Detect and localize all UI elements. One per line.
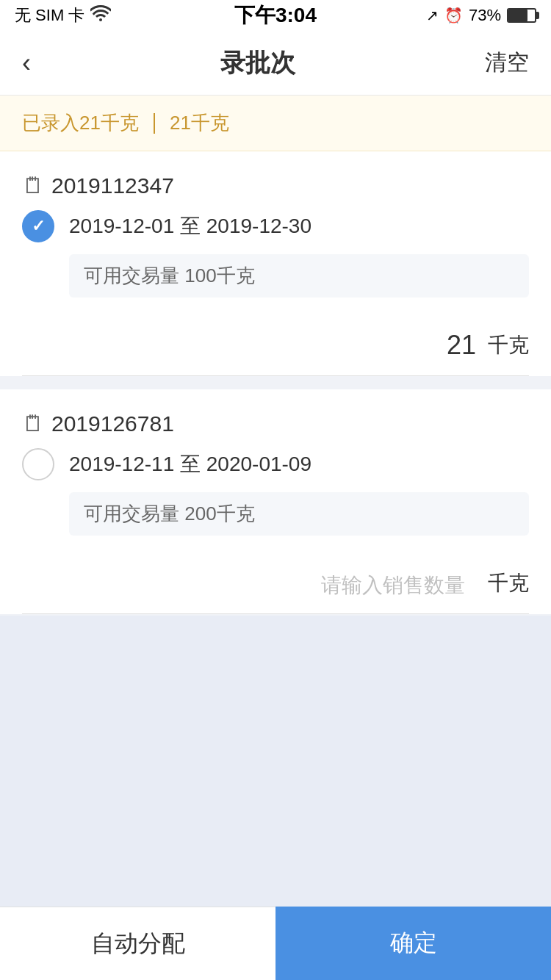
qty-unit-2: 千克 — [488, 569, 529, 597]
batch-date-2: 2019-12-11 至 2020-01-09 — [69, 450, 311, 478]
sim-status: 无 SIM 卡 — [15, 4, 84, 26]
qty-input-area-2[interactable]: 千克 — [0, 550, 551, 613]
batch-radio-1[interactable] — [22, 210, 54, 242]
batch-card-1: 🗒 2019112347 2019-12-01 至 2019-12-30 可用交… — [0, 151, 551, 376]
nav-bar: ‹ 录批次 清空 — [0, 31, 551, 96]
batch-doc-icon-2: 🗒 — [22, 411, 44, 436]
auto-distribute-button[interactable]: 自动分配 — [0, 907, 276, 980]
battery-percent: 73% — [469, 6, 501, 25]
batch-radio-2[interactable] — [22, 448, 54, 480]
alarm-icon: ⏰ — [444, 7, 463, 24]
qty-unit-1: 千克 — [488, 331, 529, 359]
content-wrapper: 已录入21千克 21千克 🗒 2019112347 2019-12-01 至 2… — [0, 96, 551, 980]
status-bar: 无 SIM 卡 下午3:04 ↗ ⏰ 73% — [0, 0, 551, 31]
info-divider — [154, 113, 155, 134]
batch-header-2: 🗒 2019126781 — [22, 411, 529, 436]
batch-card-2: 🗒 2019126781 2019-12-11 至 2020-01-09 可用交… — [0, 389, 551, 614]
separator-2 — [22, 613, 529, 614]
batch-header-1: 🗒 2019112347 — [22, 173, 529, 198]
batch-doc-icon-1: 🗒 — [22, 173, 44, 198]
batch-id-2: 2019126781 — [51, 411, 174, 436]
status-time: 下午3:04 — [234, 1, 317, 29]
batch-date-row-1: 2019-12-01 至 2019-12-30 — [22, 210, 529, 242]
page-title: 录批次 — [220, 46, 295, 80]
batch-date-1: 2019-12-01 至 2019-12-30 — [69, 212, 311, 240]
bottom-bar: 自动分配 确定 — [0, 907, 551, 980]
status-right: ↗ ⏰ 73% — [426, 6, 536, 25]
batch-date-row-2: 2019-12-11 至 2020-01-09 — [22, 448, 529, 480]
info-value: 21千克 — [170, 110, 229, 136]
qty-value-1: 21 — [447, 330, 476, 361]
battery-icon — [507, 8, 536, 23]
clear-button[interactable]: 清空 — [485, 48, 529, 78]
batch-item-1: 🗒 2019112347 2019-12-01 至 2019-12-30 可用交… — [0, 151, 551, 312]
info-recorded: 已录入21千克 — [22, 110, 139, 136]
info-banner: 已录入21千克 21千克 — [0, 96, 551, 151]
batch-id-1: 2019112347 — [51, 173, 174, 198]
status-left: 无 SIM 卡 — [15, 4, 111, 26]
location-icon: ↗ — [426, 7, 439, 24]
available-qty-2: 可用交易量 200千克 — [69, 492, 529, 536]
batch-item-2: 🗒 2019126781 2019-12-11 至 2020-01-09 可用交… — [0, 389, 551, 550]
wifi-icon — [90, 5, 111, 26]
separator-1 — [22, 375, 529, 376]
qty-input-area-1: 21 千克 — [0, 312, 551, 375]
section-divider — [0, 378, 551, 389]
qty-input-2[interactable] — [22, 568, 476, 599]
confirm-button[interactable]: 确定 — [276, 907, 551, 980]
available-qty-1: 可用交易量 100千克 — [69, 254, 529, 298]
back-button[interactable]: ‹ — [22, 48, 31, 79]
